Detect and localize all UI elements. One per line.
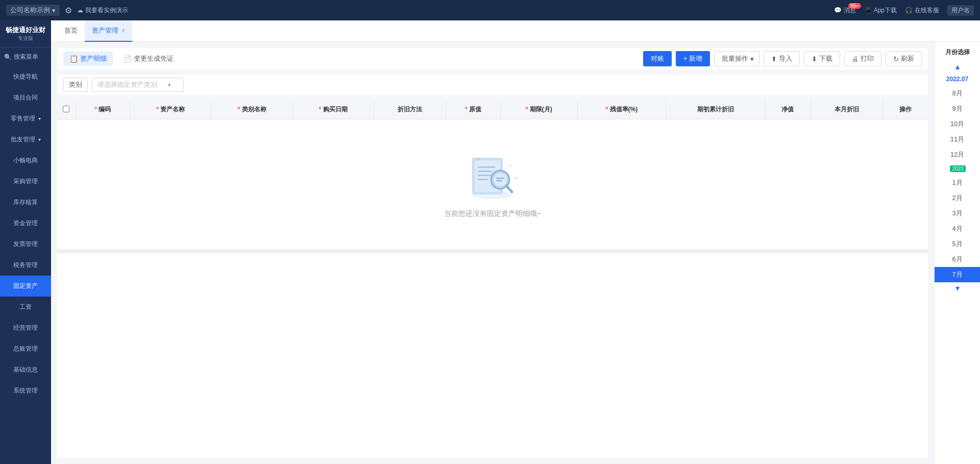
sidebar-item-finance[interactable]: 资金管理 <box>0 213 51 234</box>
brand-title: 畅捷通好业财 <box>4 26 47 35</box>
month-item-10[interactable]: 10月 <box>935 116 980 132</box>
filter-category-select[interactable]: 请选择固定资产类别 ▾ <box>92 78 184 92</box>
table-header: 编码 资产名称 类别名称 购买日期 折旧方法 原值 期限(月) 残值率(%) 期… <box>57 100 928 119</box>
empty-cell: 当前您还没有固定资产明细哦~ <box>57 119 928 250</box>
page-main: 📋 资产明细 📄 变更生成凭证 对账 + 新增 <box>51 42 934 464</box>
select-all-checkbox[interactable] <box>63 106 69 112</box>
sidebar-item-purchase[interactable]: 采购管理 <box>0 171 51 192</box>
sidebar-item-wholesale[interactable]: 批发管理 <box>0 129 51 150</box>
tax-label: 税务管理 <box>13 261 38 270</box>
month-item-11[interactable]: 11月 <box>935 132 980 147</box>
tab-home-label: 首页 <box>64 26 78 35</box>
refresh-button[interactable]: ↻ 刷新 <box>886 51 922 66</box>
month-item-2023-3[interactable]: 3月 <box>935 206 980 221</box>
month-item-9[interactable]: 9月 <box>935 101 980 116</box>
import-icon: ⬆ <box>771 55 777 63</box>
print-icon: 🖨 <box>852 55 859 63</box>
month-item-current-year[interactable]: 2022.07 <box>935 72 980 86</box>
sidebar-item-system[interactable]: 系统管理 <box>0 380 51 401</box>
print-label: 打印 <box>861 54 874 63</box>
sidebar-item-retail[interactable]: 零售管理 <box>0 108 51 129</box>
fixed-assets-label: 固定资产 <box>13 282 38 290</box>
tab-asset-mgmt[interactable]: 资产管理 × <box>85 20 132 42</box>
add-button[interactable]: + 新增 <box>676 51 710 66</box>
message-button[interactable]: 💬 消息 99+ <box>834 6 856 15</box>
demo-text: 我要看实例演示 <box>85 6 128 15</box>
tab-home[interactable]: 首页 <box>57 20 85 42</box>
month-nav-down[interactable]: ▾ <box>951 282 964 294</box>
sidebar-item-project[interactable]: 项目合同 <box>0 87 51 108</box>
search-icon: 🔍 <box>4 54 12 61</box>
month-item-12[interactable]: 12月 <box>935 147 980 162</box>
sub-tabs-row: 📋 资产明细 📄 变更生成凭证 对账 + 新增 <box>57 48 928 69</box>
content-area: 首页 资产管理 × 📋 资产明细 📄 变更生成凭证 <box>51 20 980 464</box>
company-selector[interactable]: 公司名称示例 ▾ <box>6 5 60 16</box>
month-item-2023-1[interactable]: 1月 <box>935 175 980 190</box>
sidebar-item-tax[interactable]: 税务管理 <box>0 255 51 276</box>
top-bar-right: 💬 消息 99+ 📱 App下载 🎧 在线客服 用户名 <box>834 5 974 16</box>
demo-link[interactable]: ☁ 我要看实例演示 <box>77 6 128 15</box>
headset-icon: 🎧 <box>905 7 913 14</box>
empty-row: 当前您还没有固定资产明细哦~ <box>57 119 928 250</box>
download-button[interactable]: ⬇ 下载 <box>804 51 840 66</box>
filter-arrow-icon: ▾ <box>168 82 171 88</box>
top-bar: 公司名称示例 ▾ ⚙ ☁ 我要看实例演示 💬 消息 99+ 📱 App下载 🎧 … <box>0 0 980 20</box>
month-item-2023-4[interactable]: 4月 <box>935 221 980 236</box>
operations-label: 经营管理 <box>13 324 38 332</box>
settings-button[interactable]: ⚙ <box>63 4 74 17</box>
user-info[interactable]: 用户名 <box>947 5 974 16</box>
import-label: 导入 <box>779 54 792 63</box>
download-icon: ⬇ <box>812 55 817 63</box>
batch-button[interactable]: 批量操作 ▾ <box>714 51 760 66</box>
demo-icon: ☁ <box>77 7 83 14</box>
batch-label: 批量操作 <box>722 54 748 63</box>
month-item-2023-2[interactable]: 2月 <box>935 190 980 206</box>
sidebar-item-salary[interactable]: 工资 <box>0 297 51 318</box>
sidebar-item-quick-nav[interactable]: 快捷导航 <box>0 66 51 87</box>
invoice-label: 发票管理 <box>13 240 38 249</box>
add-label: + 新增 <box>683 54 702 63</box>
sidebar-item-fixed-assets[interactable]: 固定资产 <box>0 276 51 297</box>
sidebar-search[interactable]: 🔍 搜索菜单 <box>0 47 51 66</box>
svg-rect-11 <box>496 178 504 179</box>
page-content: 📋 资产明细 📄 变更生成凭证 对账 + 新增 <box>51 42 980 464</box>
search-label: 搜索菜单 <box>14 53 38 61</box>
sidebar-item-ecommerce[interactable]: 小畅电商 <box>0 150 51 171</box>
company-dropdown-icon: ▾ <box>52 7 56 14</box>
tab-asset-mgmt-label: 资产管理 <box>92 26 118 35</box>
inventory-label: 库存核算 <box>13 198 38 207</box>
retail-label: 零售管理 <box>11 114 35 123</box>
basic-label: 基础信息 <box>13 365 38 374</box>
refresh-icon: ↻ <box>893 55 899 63</box>
purchase-label: 采购管理 <box>13 177 38 186</box>
match-button[interactable]: 对账 <box>643 51 672 66</box>
app-download-button[interactable]: 📱 App下载 <box>864 6 897 15</box>
sidebar-item-operations[interactable]: 经营管理 <box>0 318 51 338</box>
import-button[interactable]: ⬆ 导入 <box>764 51 800 66</box>
sidebar-item-basic[interactable]: 基础信息 <box>0 359 51 380</box>
month-item-2023-7[interactable]: 7月 <box>935 267 980 282</box>
ecommerce-label: 小畅电商 <box>13 156 38 165</box>
brand-edition: 专业版 <box>4 35 47 42</box>
sidebar-item-ledger[interactable]: 总账管理 <box>0 338 51 359</box>
month-item-2023-5[interactable]: 5月 <box>935 236 980 252</box>
sub-tab-change-voucher[interactable]: 📄 变更生成凭证 <box>117 52 180 66</box>
month-nav-up[interactable]: ▴ <box>951 61 964 72</box>
print-button[interactable]: 🖨 打印 <box>844 51 881 66</box>
month-picker-panel: 月份选择 ▴ 2022.07 8月 9月 10月 11月 12月 2023 1月… <box>934 42 980 464</box>
sidebar-item-invoice[interactable]: 发票管理 <box>0 234 51 255</box>
bottom-scrollbar[interactable] <box>57 249 928 253</box>
app-download-label: App下载 <box>874 6 897 15</box>
th-period: 期限(月) <box>501 100 577 119</box>
month-item-8[interactable]: 8月 <box>935 86 980 101</box>
th-category: 类别名称 <box>211 100 292 119</box>
month-item-2023-6[interactable]: 6月 <box>935 252 980 267</box>
sidebar-item-inventory[interactable]: 库存核算 <box>0 192 51 213</box>
tab-close-icon[interactable]: × <box>121 27 125 34</box>
sub-tab-asset-detail[interactable]: 📋 资产明细 <box>63 52 113 66</box>
sub-tab-asset-detail-label: 资产明细 <box>80 54 107 63</box>
online-service-button[interactable]: 🎧 在线客服 <box>905 6 939 15</box>
th-monthly-depreciation: 本月折旧 <box>811 100 883 119</box>
th-residual-rate: 残值率(%) <box>577 100 666 119</box>
filter-category-label: 类别 <box>63 78 88 92</box>
